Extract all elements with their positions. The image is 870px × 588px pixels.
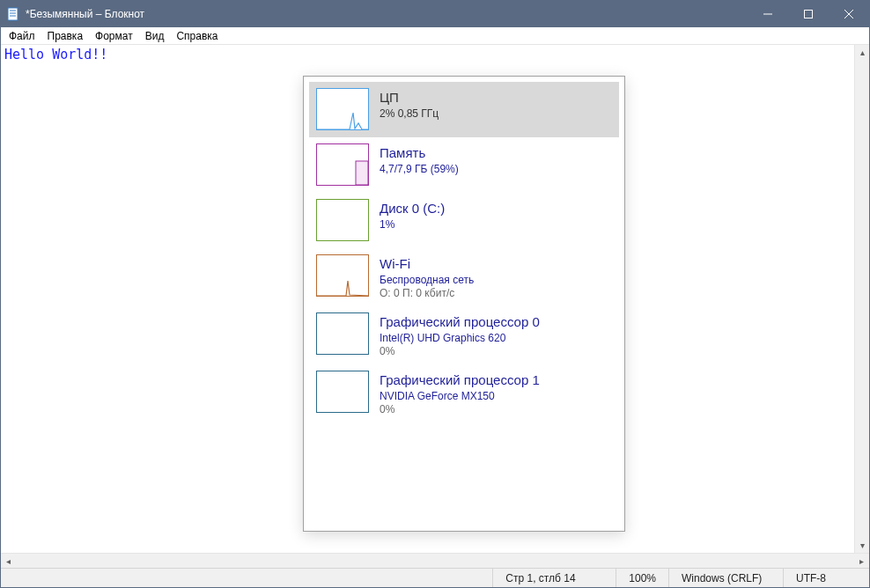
menu-help[interactable]: Справка [170, 28, 224, 44]
taskmgr-item-body: ЦП2% 0,85 ГГц [380, 88, 612, 121]
taskmgr-item-title: Память [380, 145, 612, 160]
taskmgr-item-title: Диск 0 (C:) [380, 201, 612, 216]
taskmgr-item-sub2: О: 0 П: 0 кбит/с [380, 287, 612, 299]
taskmgr-sparkline-icon [316, 371, 369, 413]
taskmgr-item-sub: NVIDIA GeForce MX150 [380, 390, 612, 402]
taskmgr-sparkline-icon [316, 88, 369, 130]
taskmgr-item-title: ЦП [380, 90, 612, 105]
window-title: *Безымянный – Блокнот [26, 8, 144, 20]
taskmgr-item[interactable]: Wi-FiБеспроводная сетьО: 0 П: 0 кбит/с [309, 248, 619, 306]
taskmgr-item[interactable]: ЦП2% 0,85 ГГц [309, 82, 619, 137]
taskmgr-panel: ЦП2% 0,85 ГГцПамять4,7/7,9 ГБ (59%)Диск … [303, 76, 625, 532]
taskmgr-item-body: Графический процессор 1NVIDIA GeForce MX… [380, 371, 612, 415]
taskmgr-item-body: Wi-FiБеспроводная сетьО: 0 П: 0 кбит/с [380, 254, 612, 299]
taskmgr-item-sub: Intel(R) UHD Graphics 620 [380, 332, 612, 344]
taskmgr-item[interactable]: Графический процессор 1NVIDIA GeForce MX… [309, 364, 619, 423]
vertical-scrollbar[interactable]: ▴ ▾ [854, 45, 869, 553]
status-line-ending: Windows (CRLF) [668, 569, 783, 587]
close-button[interactable] [829, 1, 869, 27]
svg-rect-14 [317, 371, 369, 413]
scroll-right-icon[interactable]: ▸ [854, 554, 869, 569]
menu-edit[interactable]: Правка [41, 28, 90, 44]
titlebar: *Безымянный – Блокнот [1, 1, 869, 27]
taskmgr-item-sub: Беспроводная сеть [380, 274, 612, 286]
taskmgr-item-body: Память4,7/7,9 ГБ (59%) [380, 143, 612, 176]
taskmgr-item-sub2: 0% [380, 403, 612, 415]
menubar: Файл Правка Формат Вид Справка [1, 27, 869, 45]
svg-rect-8 [317, 89, 369, 130]
menu-format[interactable]: Формат [89, 28, 139, 44]
taskmgr-item[interactable]: Диск 0 (C:)1% [309, 193, 619, 248]
maximize-button[interactable] [788, 1, 829, 27]
taskmgr-item-body: Диск 0 (C:)1% [380, 199, 612, 232]
svg-rect-10 [356, 161, 368, 185]
caption-buttons [748, 1, 869, 27]
close-icon [844, 10, 853, 18]
status-encoding: UTF-8 [783, 569, 869, 587]
menu-file[interactable]: Файл [3, 28, 41, 44]
scroll-left-icon[interactable]: ◂ [1, 554, 16, 569]
statusbar: Стр 1, стлб 14 100% Windows (CRLF) UTF-8 [1, 568, 869, 587]
svg-rect-11 [317, 200, 369, 241]
maximize-icon [804, 10, 813, 18]
taskmgr-sparkline-icon [316, 254, 369, 297]
titlebar-left: *Безымянный – Блокнот [1, 7, 144, 21]
minimize-button[interactable] [748, 1, 788, 27]
status-position: Стр 1, стлб 14 [492, 569, 616, 587]
minimize-icon [763, 10, 772, 18]
taskmgr-sparkline-icon [316, 199, 369, 241]
taskmgr-item[interactable]: Графический процессор 0Intel(R) UHD Grap… [309, 306, 619, 364]
svg-rect-0 [8, 8, 18, 20]
taskmgr-item-title: Графический процессор 1 [380, 372, 612, 387]
taskmgr-item-body: Графический процессор 0Intel(R) UHD Grap… [380, 312, 612, 357]
taskmgr-sparkline-icon [316, 143, 369, 186]
horizontal-scrollbar[interactable]: ◂ ▸ [1, 553, 869, 568]
menu-view[interactable]: Вид [139, 28, 171, 44]
taskmgr-item[interactable]: Память4,7/7,9 ГБ (59%) [309, 137, 619, 193]
taskmgr-item-sub: 2% 0,85 ГГц [380, 107, 612, 120]
status-zoom: 100% [616, 569, 668, 587]
scroll-up-icon[interactable]: ▴ [855, 45, 869, 60]
taskmgr-sparkline-icon [316, 312, 369, 355]
scroll-down-icon[interactable]: ▾ [855, 538, 869, 553]
notepad-icon [6, 7, 20, 21]
taskmgr-item-title: Графический процессор 0 [380, 314, 612, 329]
taskmgr-item-sub: 4,7/7,9 ГБ (59%) [380, 163, 612, 175]
taskmgr-item-sub: 1% [380, 218, 612, 231]
taskmgr-item-title: Wi-Fi [380, 256, 612, 271]
svg-rect-12 [317, 255, 369, 297]
taskmgr-item-sub2: 0% [380, 345, 612, 357]
svg-rect-13 [317, 313, 369, 355]
svg-rect-5 [805, 11, 813, 18]
